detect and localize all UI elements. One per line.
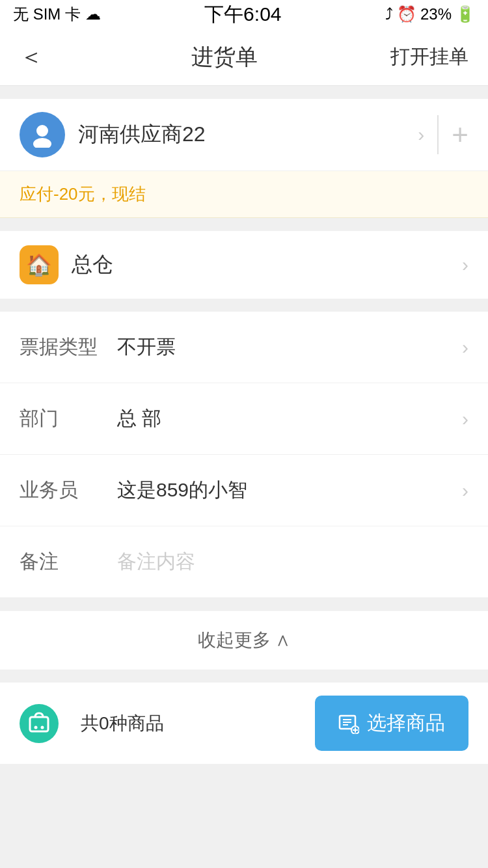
warehouse-row[interactable]: 🏠 总仓 ›: [0, 231, 488, 299]
select-product-icon: [338, 713, 359, 734]
status-time: 下午6:04: [204, 1, 281, 28]
notice-banner: 应付-20元，现结: [0, 171, 488, 218]
alarm-icon: ⏰: [397, 5, 416, 23]
battery-icon: 🔋: [455, 5, 475, 23]
dept-chevron-icon: ›: [462, 408, 468, 430]
open-pending-button[interactable]: 打开挂单: [390, 44, 468, 70]
dept-label: 部门: [20, 405, 104, 432]
direction-icon: ⤴: [385, 5, 393, 23]
supplier-chevron-icon: ›: [418, 124, 424, 146]
sales-chevron-icon: ›: [462, 480, 468, 502]
product-icon-wrap: [20, 704, 59, 743]
select-btn-label: 选择商品: [367, 710, 445, 737]
invoice-chevron-icon: ›: [462, 336, 468, 359]
form-section: 票据类型 不开票 › 部门 总 部 › 业务员 这是859的小智 › 备注 备注…: [0, 312, 488, 597]
supplier-section: 河南供应商22 › + 应付-20元，现结: [0, 99, 488, 218]
cart-icon: [27, 712, 51, 735]
sales-label: 业务员: [20, 477, 104, 504]
product-count: 共0种商品: [72, 711, 302, 736]
add-supplier-button[interactable]: +: [452, 120, 468, 149]
section-gap-2: [0, 218, 488, 231]
supplier-avatar: [20, 112, 65, 157]
warehouse-section[interactable]: 🏠 总仓 ›: [0, 231, 488, 299]
page-title: 进货单: [191, 42, 258, 72]
supplier-actions: ›: [418, 124, 424, 146]
section-gap-1: [0, 86, 488, 99]
svg-rect-2: [30, 717, 48, 731]
remark-row[interactable]: 备注 备注内容: [0, 526, 488, 597]
nav-bar: ＜ 进货单 打开挂单: [0, 29, 488, 86]
invoice-value: 不开票: [104, 334, 462, 360]
status-left: 无 SIM 卡 ☁: [13, 4, 101, 25]
svg-point-4: [41, 726, 44, 729]
svg-point-1: [33, 138, 51, 148]
dept-value: 总 部: [104, 405, 462, 432]
warehouse-name: 总仓: [72, 251, 462, 279]
remark-label: 备注: [20, 549, 104, 575]
status-bar: 无 SIM 卡 ☁ 下午6:04 ⤴ ⏰ 23% 🔋: [0, 0, 488, 29]
supplier-name: 河南供应商22: [78, 120, 418, 149]
supplier-row[interactable]: 河南供应商22 › +: [0, 99, 488, 171]
collapse-button[interactable]: 收起更多 ∧: [0, 610, 488, 670]
warehouse-chevron-icon: ›: [462, 254, 468, 276]
battery-label: 23%: [420, 5, 452, 23]
sim-label: 无 SIM 卡 ☁: [13, 4, 101, 25]
warehouse-icon-wrap: 🏠: [20, 245, 59, 284]
user-icon: [29, 122, 55, 148]
svg-point-0: [36, 125, 48, 137]
bottom-bar: 共0种商品 选择商品: [0, 683, 488, 764]
divider: [437, 115, 439, 154]
invoice-label: 票据类型: [20, 334, 104, 360]
sales-value: 这是859的小智: [104, 477, 462, 504]
svg-point-3: [34, 726, 38, 729]
sales-row[interactable]: 业务员 这是859的小智 ›: [0, 455, 488, 526]
back-button[interactable]: ＜: [20, 41, 59, 73]
dept-row[interactable]: 部门 总 部 ›: [0, 383, 488, 455]
remark-input[interactable]: 备注内容: [104, 549, 468, 575]
warehouse-icon: 🏠: [26, 252, 52, 277]
status-right: ⤴ ⏰ 23% 🔋: [385, 5, 475, 23]
select-product-button[interactable]: 选择商品: [315, 696, 468, 751]
invoice-row[interactable]: 票据类型 不开票 ›: [0, 312, 488, 383]
